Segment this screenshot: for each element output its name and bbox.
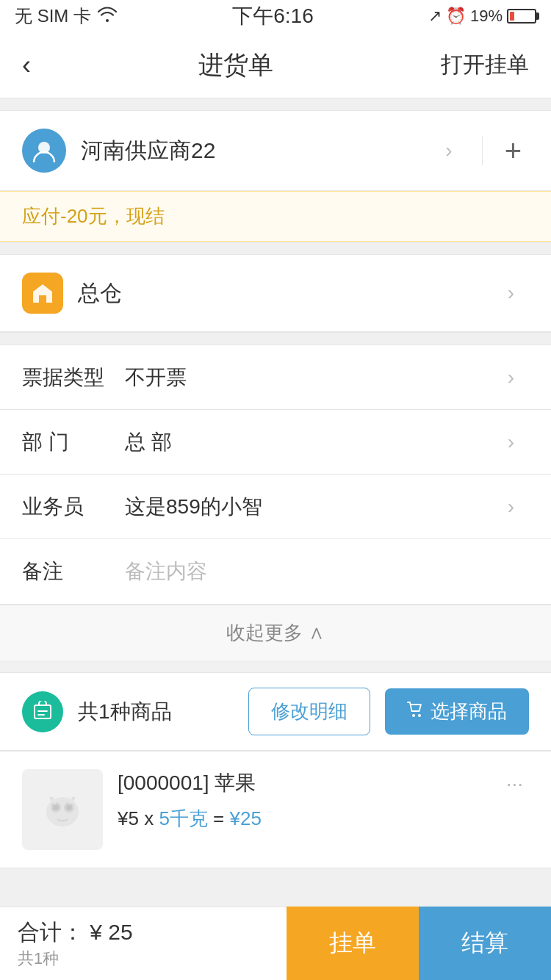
- svg-point-5: [46, 797, 79, 826]
- unit-price: ¥5: [118, 807, 139, 829]
- multiply-sign: x: [144, 807, 159, 829]
- product-title: 苹果: [215, 771, 256, 794]
- svg-point-3: [412, 714, 415, 717]
- product-info: [0000001] 苹果 ¥5 x 5千克 = ¥25: [118, 769, 500, 832]
- product-toolbar: 共1种商品 修改明细 选择商品: [0, 672, 551, 751]
- invoice-type-value: 不开票: [110, 364, 508, 392]
- product-price: ¥5 x 5千克 = ¥25: [118, 806, 500, 832]
- total-amount: 合计： ¥ 25: [18, 918, 269, 948]
- section-gap-2: [0, 242, 551, 254]
- warehouse-icon: [22, 273, 63, 314]
- status-time: 下午6:16: [232, 2, 314, 30]
- add-supplier-button[interactable]: +: [497, 134, 529, 167]
- main-content: 河南供应商22 › + 应付-20元，现结 总仓 › 票据类型 不开票 ›: [0, 98, 551, 954]
- section-gap-1: [0, 98, 551, 110]
- supplier-arrow-icon: ›: [445, 139, 452, 162]
- section-gap-5: [0, 868, 551, 880]
- product-count-icon: [22, 691, 63, 732]
- product-count-text: 共1种商品: [78, 698, 234, 726]
- department-arrow-icon: ›: [508, 430, 514, 454]
- salesperson-value: 这是859的小智: [110, 493, 508, 521]
- invoice-type-label: 票据类型: [22, 364, 110, 392]
- section-gap-4: [0, 660, 551, 672]
- form-row-note[interactable]: 备注 备注内容: [0, 539, 551, 604]
- svg-point-8: [53, 804, 59, 810]
- nav-bar: ‹ 进货单 打开挂单: [0, 32, 551, 98]
- svg-rect-2: [35, 705, 51, 718]
- svg-point-9: [66, 804, 72, 810]
- edit-detail-button[interactable]: 修改明细: [248, 688, 370, 735]
- product-name: [0000001] 苹果: [118, 769, 500, 797]
- checkout-button[interactable]: 结算: [419, 907, 551, 980]
- quantity: 5千克: [159, 807, 207, 829]
- wifi-icon: [97, 6, 118, 26]
- back-button[interactable]: ‹: [22, 50, 31, 81]
- total-section: 合计： ¥ 25 共1种: [0, 907, 287, 980]
- bottom-bar: 合计： ¥ 25 共1种 挂单 结算: [0, 907, 551, 980]
- salesperson-arrow-icon: ›: [508, 495, 514, 519]
- department-value: 总 部: [110, 428, 508, 456]
- total-label: 合计：: [18, 920, 84, 944]
- page-title: 进货单: [198, 48, 273, 82]
- supplier-section: 河南供应商22 › + 应付-20元，现结: [0, 110, 551, 242]
- note-label: 备注: [22, 558, 110, 586]
- product-more-button[interactable]: ···: [500, 769, 529, 799]
- battery-icon: [507, 9, 536, 24]
- svg-point-4: [418, 714, 421, 717]
- section-gap-3: [0, 333, 551, 345]
- form-section: 票据类型 不开票 › 部 门 总 部 › 业务员 这是859的小智 › 备注 备…: [0, 345, 551, 605]
- product-item: [0000001] 苹果 ¥5 x 5千克 = ¥25 ···: [0, 751, 551, 868]
- product-total: ¥25: [230, 807, 262, 829]
- total-value: ¥ 25: [90, 920, 132, 944]
- status-left: 无 SIM 卡: [15, 4, 118, 28]
- supplier-divider: [482, 136, 483, 165]
- status-bar: 无 SIM 卡 下午6:16 ↗ ⏰ 19%: [0, 0, 551, 32]
- warning-banner: 应付-20元，现结: [0, 191, 551, 242]
- warehouse-section[interactable]: 总仓 ›: [0, 254, 551, 333]
- location-icon: ↗: [428, 7, 442, 26]
- collapse-button[interactable]: 收起更多 ∧: [0, 605, 551, 660]
- cart-icon: [407, 700, 425, 723]
- alarm-icon: ⏰: [446, 7, 466, 26]
- note-value: 备注内容: [110, 558, 529, 586]
- salesperson-label: 业务员: [22, 493, 110, 521]
- product-code: [0000001]: [118, 771, 209, 794]
- form-row-invoice[interactable]: 票据类型 不开票 ›: [0, 345, 551, 410]
- supplier-row[interactable]: 河南供应商22 › +: [0, 111, 551, 191]
- status-right: ↗ ⏰ 19%: [428, 7, 536, 26]
- pending-button[interactable]: 挂单: [287, 907, 419, 980]
- form-row-department[interactable]: 部 门 总 部 ›: [0, 410, 551, 475]
- warehouse-name: 总仓: [78, 278, 508, 309]
- equals-sign: =: [213, 807, 229, 829]
- warehouse-row[interactable]: 总仓 ›: [0, 255, 551, 332]
- product-thumbnail: [22, 769, 103, 850]
- select-product-button[interactable]: 选择商品: [385, 688, 529, 735]
- select-product-label: 选择商品: [431, 699, 507, 724]
- total-count: 共1种: [18, 948, 269, 970]
- open-pending-button[interactable]: 打开挂单: [441, 50, 529, 80]
- warehouse-arrow-icon: ›: [508, 281, 514, 305]
- invoice-arrow-icon: ›: [508, 366, 514, 389]
- battery-percent: 19%: [470, 7, 503, 26]
- carrier-text: 无 SIM 卡: [15, 4, 91, 28]
- svg-rect-1: [39, 295, 46, 303]
- supplier-name: 河南供应商22: [81, 136, 445, 166]
- supplier-avatar: [22, 129, 66, 173]
- department-label: 部 门: [22, 428, 110, 456]
- form-row-salesperson[interactable]: 业务员 这是859的小智 ›: [0, 475, 551, 539]
